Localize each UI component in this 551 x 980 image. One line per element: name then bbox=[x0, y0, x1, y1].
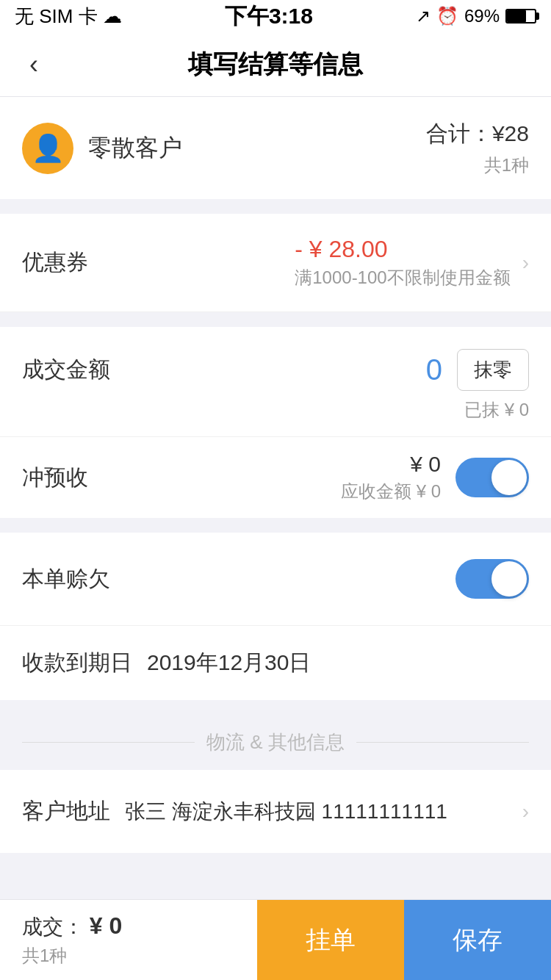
coupon-card: 优惠券 - ¥ 28.00 满1000-100不限制使用金额 › bbox=[0, 214, 551, 312]
coupon-desc: 满1000-100不限制使用金额 bbox=[295, 266, 510, 289]
pre-collect-label: 冲预收 bbox=[22, 463, 88, 493]
coupon-right: - ¥ 28.00 满1000-100不限制使用金额 › bbox=[295, 236, 529, 289]
address-chevron-icon: › bbox=[522, 800, 529, 824]
address-label: 客户地址 bbox=[22, 796, 110, 826]
back-button[interactable]: ‹ bbox=[22, 42, 46, 87]
customer-right: 合计：¥28 共1种 bbox=[426, 119, 529, 177]
bottom-deal-row: 成交： ¥ 0 bbox=[22, 912, 235, 941]
due-label: 收款到期日 bbox=[22, 648, 132, 678]
chevron-icon: › bbox=[522, 251, 529, 275]
avatar-icon: 👤 bbox=[32, 133, 65, 164]
customer-row: 👤 零散客户 合计：¥28 共1种 bbox=[0, 97, 551, 199]
status-bar: 无 SIM 卡 ☁ 下午3:18 ↗ ⏰ 69% bbox=[0, 0, 551, 32]
customer-name: 零散客户 bbox=[88, 132, 182, 165]
sim-label: 无 SIM 卡 ☁ bbox=[15, 4, 122, 29]
coupon-label: 优惠券 bbox=[22, 248, 88, 278]
nav-bar: ‹ 填写结算等信息 bbox=[0, 32, 551, 97]
pre-collect-desc: 应收金额 ¥ 0 bbox=[341, 480, 441, 503]
coupon-value: - ¥ 28.00 bbox=[295, 236, 510, 263]
toggle-knob bbox=[491, 460, 527, 495]
amount-row: 成交金额 0 抹零 bbox=[0, 327, 551, 398]
arrears-label: 本单赊欠 bbox=[22, 564, 110, 594]
arrears-row: 本单赊欠 bbox=[0, 533, 551, 625]
pre-collect-row: 冲预收 ¥ 0 应收金额 ¥ 0 bbox=[0, 436, 551, 518]
amount-value: 0 bbox=[426, 353, 442, 386]
content: 👤 零散客户 合计：¥28 共1种 优惠券 - ¥ 28.00 满1000-10… bbox=[0, 97, 551, 956]
nav-title: 填写结算等信息 bbox=[188, 48, 363, 82]
total-count: 共1种 bbox=[426, 154, 529, 177]
bottom-count: 共1种 bbox=[22, 944, 235, 968]
status-left: 无 SIM 卡 ☁ bbox=[15, 4, 122, 29]
arrears-toggle[interactable] bbox=[455, 559, 529, 599]
pre-collect-amount: ¥ 0 bbox=[341, 452, 441, 477]
pre-collect-values: ¥ 0 应收金额 ¥ 0 bbox=[341, 452, 441, 503]
amount-label: 成交金额 bbox=[22, 355, 110, 385]
hold-button[interactable]: 挂单 bbox=[257, 900, 404, 981]
amount-right: 0 抹零 bbox=[426, 349, 529, 391]
coupon-row[interactable]: 优惠券 - ¥ 28.00 满1000-100不限制使用金额 › bbox=[0, 214, 551, 312]
transaction-amount-section: 成交金额 0 抹零 已抹 ¥ 0 冲预收 ¥ 0 应收金额 ¥ 0 bbox=[0, 327, 551, 518]
bottom-bar: 成交： ¥ 0 共1种 挂单 保存 bbox=[0, 899, 551, 980]
bottom-info: 成交： ¥ 0 共1种 bbox=[0, 912, 257, 968]
round-zero-button[interactable]: 抹零 bbox=[457, 349, 529, 391]
customer-left: 👤 零散客户 bbox=[22, 123, 182, 174]
address-value: 张三 海淀永丰科技园 11111111111 bbox=[125, 798, 522, 826]
arrears-toggle-knob bbox=[491, 561, 527, 597]
save-button[interactable]: 保存 bbox=[404, 900, 551, 981]
bottom-deal-label: 成交： bbox=[22, 915, 84, 938]
status-right: ↗ ⏰ 69% bbox=[416, 6, 536, 26]
battery-icon bbox=[505, 9, 536, 24]
pre-collect-right: ¥ 0 应收金额 ¥ 0 bbox=[341, 452, 529, 503]
arrears-section: 本单赊欠 收款到期日 2019年12月30日 bbox=[0, 533, 551, 700]
bottom-deal-amount: ¥ 0 bbox=[90, 912, 122, 939]
pre-collect-toggle[interactable] bbox=[455, 458, 529, 497]
location-icon: ↗ bbox=[416, 6, 431, 26]
address-row[interactable]: 客户地址 张三 海淀永丰科技园 11111111111 › bbox=[0, 770, 551, 853]
alarm-icon: ⏰ bbox=[436, 6, 458, 26]
due-date-row: 收款到期日 2019年12月30日 bbox=[0, 625, 551, 700]
battery-level: 69% bbox=[464, 6, 500, 26]
avatar: 👤 bbox=[22, 123, 73, 174]
due-value: 2019年12月30日 bbox=[147, 648, 311, 678]
header-line-left bbox=[22, 742, 195, 743]
total-amount: 合计：¥28 bbox=[426, 119, 529, 149]
header-line-right bbox=[356, 742, 529, 743]
logistics-section-header: 物流 & 其他信息 bbox=[0, 715, 551, 770]
amount-sub: 已抹 ¥ 0 bbox=[0, 398, 551, 436]
status-time: 下午3:18 bbox=[225, 1, 313, 32]
logistics-label: 物流 & 其他信息 bbox=[206, 729, 345, 755]
